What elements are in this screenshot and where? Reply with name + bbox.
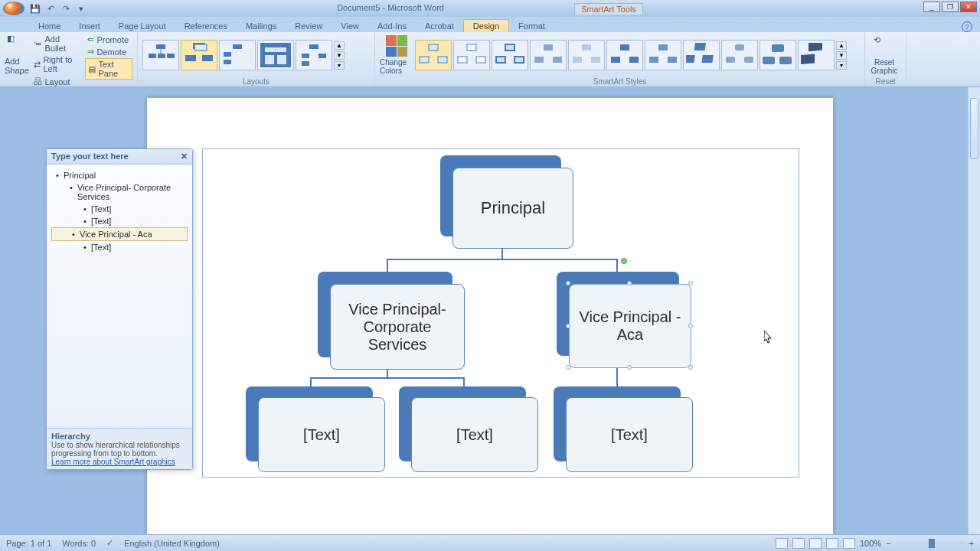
list-item[interactable]: [Text]: [50, 241, 189, 253]
tab-add-ins[interactable]: Add-Ins: [368, 20, 416, 32]
list-item[interactable]: [Text]: [50, 203, 189, 215]
style-option-7[interactable]: [645, 40, 681, 70]
promote-button[interactable]: ⇐Promote: [85, 34, 132, 45]
tab-acrobat[interactable]: Acrobat: [416, 20, 463, 32]
list-item[interactable]: Vice Principal- Corporate Services: [50, 181, 189, 203]
tab-design[interactable]: Design: [463, 19, 509, 32]
style-option-9[interactable]: [721, 40, 758, 70]
view-print-layout-button[interactable]: [776, 538, 788, 549]
zoom-slider-thumb[interactable]: [929, 539, 935, 548]
resize-handle[interactable]: [688, 281, 693, 285]
resize-handle[interactable]: [566, 281, 570, 285]
reset-graphic-button[interactable]: ⟲ Reset Graphic: [870, 35, 899, 75]
status-page[interactable]: Page: 1 of 1: [6, 539, 51, 548]
resize-handle[interactable]: [688, 324, 693, 328]
resize-handle[interactable]: [627, 365, 632, 370]
change-colors-button[interactable]: Change Colors: [380, 35, 413, 75]
scrollbar-thumb[interactable]: [970, 98, 978, 159]
styles-scroll-down-icon[interactable]: ▼: [836, 51, 847, 60]
layouts-scroll-up-icon[interactable]: ▲: [334, 41, 345, 50]
tab-mailings[interactable]: Mailings: [237, 20, 286, 32]
help-icon[interactable]: ?: [962, 21, 972, 32]
styles-scroll-up-icon[interactable]: ▲: [836, 41, 847, 50]
rotate-handle[interactable]: [621, 258, 627, 264]
view-web-layout-button[interactable]: [809, 538, 822, 549]
style-option-2[interactable]: [453, 40, 490, 70]
tab-page-layout[interactable]: Page Layout: [109, 20, 175, 32]
node-leaf-1[interactable]: [Text]: [246, 386, 384, 471]
list-item[interactable]: Principal: [50, 169, 189, 181]
styles-more-icon[interactable]: ▾: [836, 61, 847, 70]
smartart-text-pane[interactable]: Type your text here ✕ Principal Vice Pri…: [46, 148, 193, 470]
resize-handle[interactable]: [566, 324, 570, 328]
undo-icon[interactable]: ↶: [44, 2, 57, 15]
status-language[interactable]: English (United Kingdom): [124, 539, 220, 548]
tab-review[interactable]: Review: [286, 20, 332, 32]
maximize-button[interactable]: ❐: [942, 2, 959, 12]
demote-button[interactable]: ⇒Demote: [85, 46, 132, 57]
qat-customize-icon[interactable]: ▾: [75, 2, 87, 15]
node-principal[interactable]: Principal: [440, 155, 572, 246]
layouts-more-icon[interactable]: ▾: [334, 61, 345, 70]
learn-more-link[interactable]: Learn more about SmartArt graphics: [51, 458, 188, 466]
style-option-6[interactable]: [606, 40, 643, 70]
save-icon[interactable]: 💾: [29, 2, 41, 15]
list-item[interactable]: Vice Principal - Aca: [51, 227, 188, 241]
node-vp-aca[interactable]: Vice Principal - Aca: [557, 272, 691, 367]
layout-option-4[interactable]: [257, 40, 294, 70]
tab-home[interactable]: Home: [29, 20, 70, 32]
style-option-4[interactable]: [530, 40, 567, 70]
node-vp-corporate[interactable]: Vice Principal- Corporate Services: [318, 272, 463, 367]
right-to-left-button[interactable]: ⇄Right to Left: [31, 54, 83, 74]
layout-option-3[interactable]: [219, 40, 256, 70]
resize-handle[interactable]: [566, 365, 570, 370]
node-leaf-3[interactable]: [Text]: [554, 386, 691, 471]
redo-icon[interactable]: ↷: [60, 2, 72, 15]
style-option-3[interactable]: [492, 40, 528, 70]
style-option-8[interactable]: [683, 40, 720, 70]
layout-button[interactable]: 品Layout: [31, 75, 83, 88]
tab-view[interactable]: View: [332, 20, 368, 32]
style-option-5[interactable]: [568, 40, 605, 70]
add-shape-button[interactable]: ◧ Add Shape: [5, 34, 30, 75]
zoom-level[interactable]: 100%: [860, 539, 881, 548]
document-title: Document5 - Microsoft Word: [337, 3, 444, 15]
node-leaf-2[interactable]: [Text]: [399, 386, 537, 471]
layouts-scroll-down-icon[interactable]: ▼: [334, 51, 345, 60]
svg-rect-11: [224, 60, 231, 64]
svg-rect-42: [686, 55, 695, 63]
style-option-1[interactable]: [415, 40, 452, 70]
svg-rect-15: [277, 55, 286, 64]
close-button[interactable]: ✕: [960, 2, 977, 12]
tab-insert[interactable]: Insert: [70, 20, 109, 32]
minimize-button[interactable]: _: [923, 2, 940, 12]
view-outline-button[interactable]: [826, 538, 838, 549]
tab-format[interactable]: Format: [509, 20, 554, 32]
view-full-screen-button[interactable]: [792, 538, 805, 549]
style-option-10[interactable]: [760, 40, 796, 70]
proofing-icon[interactable]: ✓: [106, 538, 113, 548]
vertical-scrollbar[interactable]: [968, 87, 980, 534]
layout-option-1[interactable]: [142, 40, 179, 70]
connector: [310, 377, 465, 379]
resize-handle[interactable]: [627, 281, 632, 285]
text-pane-button[interactable]: ▤Text Pane: [85, 58, 132, 80]
tab-references[interactable]: References: [175, 20, 237, 32]
zoom-in-button[interactable]: +: [969, 539, 974, 548]
style-option-11[interactable]: [798, 40, 835, 70]
smartart-canvas[interactable]: Principal Vice Principal- Corporate Serv…: [202, 148, 799, 478]
svg-rect-17: [302, 54, 309, 58]
zoom-out-button[interactable]: −: [886, 539, 890, 548]
layout-option-2[interactable]: [181, 40, 217, 70]
resize-handle[interactable]: [688, 365, 693, 370]
text-pane-title: Type your text here: [51, 152, 129, 161]
text-pane-close-icon[interactable]: ✕: [181, 152, 188, 161]
zoom-slider[interactable]: [896, 542, 965, 545]
text-pane-body[interactable]: Principal Vice Principal- Corporate Serv…: [47, 165, 192, 258]
office-button[interactable]: [3, 2, 24, 15]
status-words[interactable]: Words: 0: [62, 539, 96, 548]
add-bullet-button[interactable]: ≔Add Bullet: [31, 34, 83, 54]
layout-option-5[interactable]: [296, 40, 332, 70]
list-item[interactable]: [Text]: [50, 215, 189, 227]
view-draft-button[interactable]: [843, 538, 855, 549]
